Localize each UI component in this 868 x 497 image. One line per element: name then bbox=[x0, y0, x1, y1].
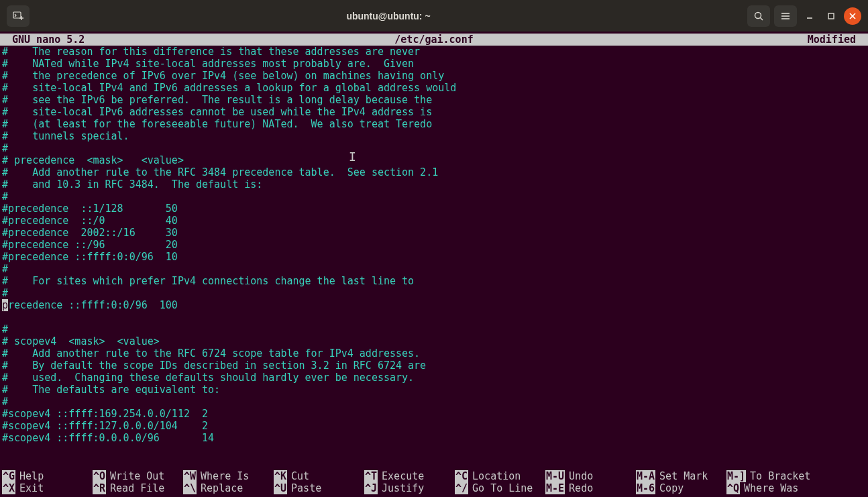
editor-line: # bbox=[2, 263, 866, 275]
help-item: ^KCut bbox=[274, 470, 364, 482]
help-item: ^WWhere Is bbox=[183, 470, 274, 482]
help-key: ^U bbox=[274, 482, 287, 494]
help-key: M-E bbox=[545, 482, 565, 494]
help-item: ^/Go To Line bbox=[455, 482, 545, 494]
editor-line: # bbox=[2, 142, 866, 154]
help-label: Write Out bbox=[106, 470, 164, 482]
nano-helpbar: ^GHelp^OWrite Out^WWhere Is^KCut^TExecut… bbox=[2, 470, 866, 494]
editor-line: # NATed while IPv4 site-local addresses … bbox=[2, 58, 866, 70]
help-label: Help bbox=[15, 470, 44, 482]
editor-line: # bbox=[2, 323, 866, 335]
help-row-2: ^XExit^RRead File^\Replace^UPaste^JJusti… bbox=[2, 482, 866, 494]
editor-line: # the precedence of IPv6 over IPv4 (see … bbox=[2, 70, 866, 82]
help-label: To Bracket bbox=[746, 470, 810, 482]
help-item: M-]To Bracket bbox=[726, 470, 817, 482]
help-item: ^RRead File bbox=[93, 482, 183, 494]
editor-line: # (at least for the foreseeable future) … bbox=[2, 118, 866, 130]
help-item: ^OWrite Out bbox=[93, 470, 183, 482]
help-label: Cut bbox=[287, 470, 309, 482]
help-key: ^R bbox=[93, 482, 106, 494]
help-key: ^W bbox=[183, 470, 197, 482]
editor-line: # bbox=[2, 396, 866, 408]
editor-line: # Add another rule to the RFC 6724 scope… bbox=[2, 347, 866, 360]
help-label: Exit bbox=[15, 482, 44, 494]
help-label: Justify bbox=[378, 482, 424, 494]
editor-line: # The defaults are equivalent to: bbox=[2, 384, 866, 396]
help-label: Redo bbox=[565, 482, 593, 494]
editor-line: #precedence ::/96 20 bbox=[2, 239, 866, 251]
help-key: ^J bbox=[364, 482, 378, 494]
help-key: ^G bbox=[2, 470, 15, 482]
hamburger-icon bbox=[780, 11, 791, 21]
editor-line: # For sites which prefer IPv4 connection… bbox=[2, 275, 866, 287]
editor-line: #scopev4 ::ffff:127.0.0.0/104 2 bbox=[2, 420, 866, 432]
editor-line bbox=[2, 311, 866, 323]
editor-line: # site-local IPv6 addresses cannot be us… bbox=[2, 106, 866, 118]
new-tab-button[interactable] bbox=[7, 5, 30, 27]
nano-filename: /etc/gai.conf bbox=[394, 34, 473, 46]
text-cursor-ibeam: I bbox=[349, 151, 356, 163]
help-label: Copy bbox=[655, 482, 684, 494]
editor-line: # By default the scope IDs described in … bbox=[2, 360, 866, 372]
editor-line: # site-local IPv4 and IPv6 addresses a l… bbox=[2, 82, 866, 94]
minimize-button[interactable] bbox=[801, 7, 818, 25]
help-label: Location bbox=[468, 470, 521, 482]
editor-line: #precedence 2002::/16 30 bbox=[2, 227, 866, 239]
help-key: ^X bbox=[2, 482, 15, 494]
editor-line: # used. Changing these defaults should h… bbox=[2, 372, 866, 384]
nano-modified: Modified bbox=[808, 34, 856, 46]
svg-line-2 bbox=[760, 17, 763, 20]
help-item: M-UUndo bbox=[545, 470, 636, 482]
help-key: ^T bbox=[364, 470, 378, 482]
editor-line: # scopev4 <mask> <value> bbox=[2, 335, 866, 347]
help-label: Set Mark bbox=[655, 470, 708, 482]
help-key: ^/ bbox=[455, 482, 468, 494]
help-item: ^UPaste bbox=[274, 482, 364, 494]
close-button[interactable] bbox=[844, 7, 861, 25]
close-icon bbox=[849, 12, 857, 20]
help-row-1: ^GHelp^OWrite Out^WWhere Is^KCut^TExecut… bbox=[2, 470, 866, 482]
help-label: Paste bbox=[287, 482, 321, 494]
help-item: M-6Copy bbox=[636, 482, 726, 494]
editor-content[interactable]: # The reason for this difference is that… bbox=[2, 46, 866, 444]
help-item: M-ASet Mark bbox=[636, 470, 726, 482]
help-label: Where Is bbox=[197, 470, 249, 482]
editor-line: # bbox=[2, 287, 866, 299]
terminal-area[interactable]: GNU nano 5.2 /etc/gai.conf Modified # Th… bbox=[0, 32, 868, 497]
help-label: Go To Line bbox=[468, 482, 533, 494]
minimize-icon bbox=[806, 12, 814, 20]
editor-line: # The reason for this difference is that… bbox=[2, 46, 866, 58]
help-item: ^QWhere Was bbox=[726, 482, 817, 494]
search-button[interactable] bbox=[747, 5, 770, 27]
editor-line: #precedence ::1/128 50 bbox=[2, 203, 866, 215]
help-key: ^Q bbox=[726, 482, 740, 494]
editor-line: # see the IPv6 be preferred. The result … bbox=[2, 94, 866, 106]
editor-line: # tunnels special. bbox=[2, 130, 866, 142]
help-key: ^\ bbox=[183, 482, 197, 494]
maximize-button[interactable] bbox=[822, 7, 840, 25]
editor-line: # Add another rule to the RFC 3484 prece… bbox=[2, 166, 866, 178]
help-label: Undo bbox=[565, 470, 593, 482]
help-key: M-A bbox=[636, 470, 655, 482]
help-key: M-] bbox=[726, 470, 746, 482]
help-label: Replace bbox=[197, 482, 243, 494]
terminal-plus-icon bbox=[13, 11, 23, 21]
editor-line: precedence ::ffff:0:0/96 100 bbox=[2, 299, 866, 311]
maximize-icon bbox=[827, 12, 835, 20]
hamburger-menu-button[interactable] bbox=[774, 5, 797, 27]
nano-titlebar: GNU nano 5.2 /etc/gai.conf Modified bbox=[0, 34, 868, 46]
help-item: ^XExit bbox=[2, 482, 93, 494]
help-item: ^\Replace bbox=[183, 482, 274, 494]
help-key: M-6 bbox=[636, 482, 655, 494]
svg-point-1 bbox=[755, 12, 761, 18]
help-key: ^C bbox=[455, 470, 468, 482]
editor-line: #scopev4 ::ffff:169.254.0.0/112 2 bbox=[2, 408, 866, 420]
help-item: ^CLocation bbox=[455, 470, 545, 482]
search-icon bbox=[753, 11, 764, 21]
window-titlebar: ubuntu@ubuntu: ~ bbox=[0, 0, 868, 32]
help-label: Where Was bbox=[740, 482, 798, 494]
help-key: ^O bbox=[93, 470, 106, 482]
editor-line: #precedence ::ffff:0:0/96 10 bbox=[2, 251, 866, 263]
help-key: ^K bbox=[274, 470, 287, 482]
help-item: M-ERedo bbox=[545, 482, 636, 494]
